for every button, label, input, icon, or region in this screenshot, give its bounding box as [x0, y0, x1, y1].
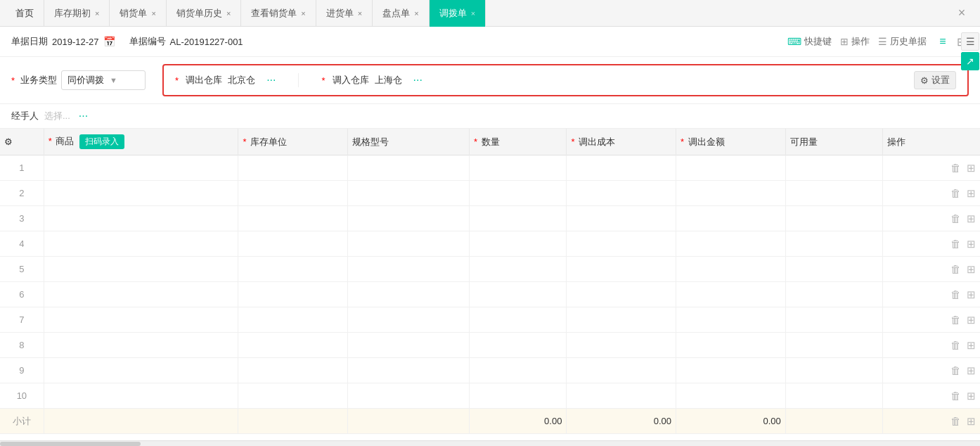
cell-cost[interactable] — [567, 383, 676, 409]
bottom-scrollbar[interactable] — [0, 440, 980, 446]
cell-amount[interactable] — [676, 383, 786, 409]
row-copy-icon[interactable]: ⊞ — [967, 415, 976, 428]
cell-product[interactable] — [44, 307, 238, 333]
cell-unit[interactable] — [238, 333, 348, 358]
history-btn[interactable]: ☰ 历史单据 — [878, 35, 927, 48]
row-copy-icon[interactable]: ⊞ — [967, 364, 976, 377]
cell-spec[interactable] — [348, 333, 470, 358]
tab-close-view-sales[interactable]: × — [301, 9, 305, 18]
cell-unit[interactable] — [238, 282, 348, 307]
cell-unit[interactable] — [238, 307, 348, 333]
cell-qty[interactable] — [470, 257, 567, 282]
transfer-in-more-icon[interactable]: ··· — [413, 74, 423, 87]
tab-sales-history[interactable]: 销货单历史 × — [167, 0, 241, 27]
cell-unit[interactable] — [238, 231, 348, 257]
tab-view-sales[interactable]: 查看销货单 × — [241, 0, 316, 27]
tab-close-inventory-init[interactable]: × — [95, 9, 99, 18]
tab-close-sales-order[interactable]: × — [151, 9, 155, 18]
tab-close-sales-history[interactable]: × — [226, 9, 231, 18]
operations-btn[interactable]: ⊞ 操作 — [840, 35, 870, 48]
cell-unit[interactable] — [238, 383, 348, 409]
tab-inventory-init[interactable]: 库存期初 × — [44, 0, 110, 27]
cell-spec[interactable] — [348, 307, 470, 333]
cell-spec[interactable] — [348, 206, 470, 231]
cell-spec[interactable] — [348, 358, 470, 383]
cell-spec[interactable] — [348, 282, 470, 307]
cell-unit[interactable] — [238, 257, 348, 282]
transfer-out-more-icon[interactable]: ··· — [266, 74, 276, 87]
cell-cost[interactable] — [567, 307, 676, 333]
table-settings-icon[interactable]: ⚙ — [4, 136, 13, 147]
settings-button[interactable]: ⚙ 设置 — [914, 71, 956, 89]
cell-amount[interactable] — [676, 231, 786, 257]
transfer-out-value[interactable]: 北京仓 — [228, 74, 255, 87]
tab-transfer[interactable]: 调拨单 × — [430, 0, 486, 27]
cell-cost[interactable] — [567, 231, 676, 257]
manager-more-icon[interactable]: ··· — [79, 110, 88, 122]
cell-unit[interactable] — [238, 358, 348, 383]
row-delete-icon[interactable]: 🗑 — [950, 288, 961, 300]
tab-close-purchase[interactable]: × — [358, 9, 362, 18]
th-settings[interactable]: ⚙ — [0, 129, 44, 155]
cell-product[interactable] — [44, 383, 238, 409]
cell-spec[interactable] — [348, 257, 470, 282]
cell-product[interactable] — [44, 231, 238, 257]
cell-qty[interactable] — [470, 155, 567, 181]
row-delete-icon[interactable]: 🗑 — [950, 238, 961, 250]
row-delete-icon[interactable]: 🗑 — [950, 187, 961, 199]
cell-qty[interactable] — [470, 282, 567, 307]
row-copy-icon[interactable]: ⊞ — [967, 212, 976, 225]
cell-spec[interactable] — [348, 231, 470, 257]
row-copy-icon[interactable]: ⊞ — [967, 263, 976, 276]
cell-amount[interactable] — [676, 155, 786, 181]
cell-spec[interactable] — [348, 383, 470, 409]
business-type-select[interactable]: 同价调拨 ▼ — [61, 70, 146, 90]
row-copy-icon[interactable]: ⊞ — [967, 390, 976, 402]
cell-amount[interactable] — [676, 181, 786, 206]
cell-product[interactable] — [44, 282, 238, 307]
tab-close-transfer[interactable]: × — [471, 9, 475, 18]
cell-qty[interactable] — [470, 383, 567, 409]
cell-unit[interactable] — [238, 181, 348, 206]
cell-product[interactable] — [44, 155, 238, 181]
cell-qty[interactable] — [470, 307, 567, 333]
layout-list-icon[interactable]: ≡ — [935, 34, 950, 49]
cell-unit[interactable] — [238, 155, 348, 181]
cell-product[interactable] — [44, 206, 238, 231]
row-delete-icon[interactable]: 🗑 — [950, 263, 961, 275]
cell-cost[interactable] — [567, 181, 676, 206]
cell-qty[interactable] — [470, 206, 567, 231]
scan-button[interactable]: 扫码录入 — [79, 134, 124, 149]
row-copy-icon[interactable]: ⊞ — [967, 339, 976, 352]
row-delete-icon[interactable]: 🗑 — [950, 314, 961, 326]
row-copy-icon[interactable]: ⊞ — [967, 314, 976, 326]
manager-select[interactable]: 选择... — [44, 110, 70, 122]
cell-cost[interactable] — [567, 282, 676, 307]
cell-cost[interactable] — [567, 206, 676, 231]
tab-sales-order[interactable]: 销货单 × — [110, 0, 166, 27]
cell-qty[interactable] — [470, 333, 567, 358]
tab-purchase[interactable]: 进货单 × — [316, 0, 373, 27]
cell-spec[interactable] — [348, 181, 470, 206]
sidebar-list-icon-btn[interactable]: ☰ — [961, 32, 979, 51]
row-delete-icon[interactable]: 🗑 — [950, 339, 961, 351]
row-delete-icon[interactable]: 🗑 — [950, 364, 961, 376]
sidebar-export-icon-btn[interactable]: ↗ — [961, 52, 979, 70]
cell-amount[interactable] — [676, 358, 786, 383]
cell-product[interactable] — [44, 358, 238, 383]
cell-product[interactable] — [44, 257, 238, 282]
calendar-icon[interactable]: 📅 — [103, 36, 115, 47]
cell-qty[interactable] — [470, 358, 567, 383]
cell-amount[interactable] — [676, 333, 786, 358]
tab-home[interactable]: 首页 — [6, 0, 44, 27]
shortcuts-btn[interactable]: ⌨ 快捷键 — [787, 35, 832, 48]
cell-amount[interactable] — [676, 257, 786, 282]
cell-qty[interactable] — [470, 181, 567, 206]
row-delete-icon[interactable]: 🗑 — [950, 390, 961, 402]
row-copy-icon[interactable]: ⊞ — [967, 162, 976, 174]
row-copy-icon[interactable]: ⊞ — [967, 238, 976, 250]
cell-product[interactable] — [44, 333, 238, 358]
cell-cost[interactable] — [567, 155, 676, 181]
cell-cost[interactable] — [567, 257, 676, 282]
cell-amount[interactable] — [676, 206, 786, 231]
